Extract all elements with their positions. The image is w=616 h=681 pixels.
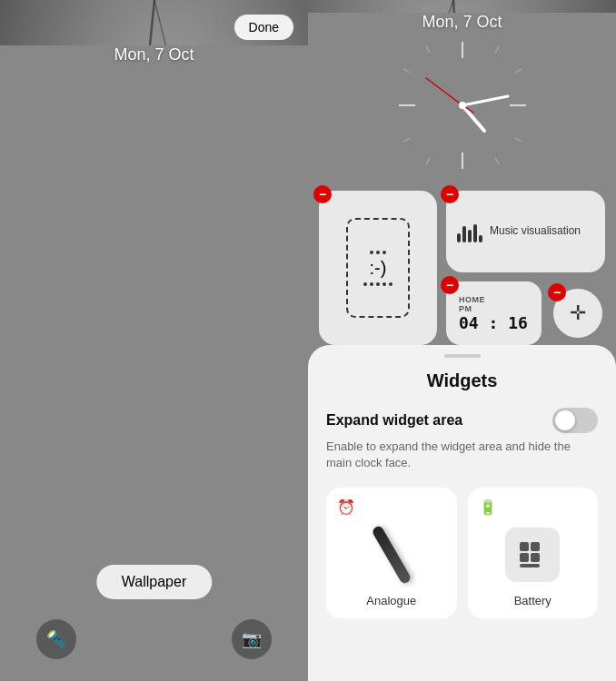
phone-dot [363, 282, 367, 286]
battery-box-icon [505, 528, 560, 582]
right-phone-dots-top [370, 251, 386, 254]
left-panel: Done Mon, 7 Oct [0, 0, 308, 681]
analog-clock [390, 33, 535, 178]
expand-widget-toggle[interactable] [552, 408, 598, 433]
right-top-section: Mon, 7 Oct [308, 0, 616, 354]
done-button[interactable]: Done [234, 15, 293, 40]
svg-line-54 [462, 105, 484, 131]
svg-rect-62 [531, 553, 540, 562]
right-clock-time-display: 04 : 16 [459, 313, 529, 332]
analogue-torch-icon [371, 525, 412, 586]
svg-line-53 [426, 46, 430, 53]
right-cross-widget[interactable]: − ✛ [553, 289, 602, 338]
expand-widget-desc: Enable to expand the widget area and hid… [326, 439, 598, 471]
svg-line-46 [495, 46, 499, 53]
svg-rect-60 [531, 542, 540, 551]
svg-line-47 [515, 69, 522, 73]
battery-card-icon: 🔋 [479, 498, 497, 516]
sheet-title: Widgets [326, 370, 598, 391]
analog-clock-svg [390, 33, 535, 178]
right-phone-dots-bottom [363, 282, 392, 286]
analogue-icon-area [386, 523, 397, 587]
right-phone-icon: :‑) [346, 218, 410, 318]
wallpaper-button[interactable]: Wallpaper [96, 565, 212, 599]
bar-4 [473, 224, 477, 242]
svg-rect-61 [520, 553, 529, 562]
right-music-bars-icon [457, 221, 482, 242]
bar-5 [479, 235, 482, 242]
widget-card-grid: ⏰ Analogue 🔋 [326, 488, 598, 618]
svg-line-55 [462, 96, 508, 105]
wallpaper-btn-wrap: Wallpaper [96, 565, 212, 599]
analogue-widget-card[interactable]: ⏰ Analogue [326, 488, 457, 618]
svg-rect-59 [520, 542, 529, 551]
right-phone-widget[interactable]: − :‑) [319, 191, 437, 345]
phone-dot [383, 251, 386, 254]
analogue-label: Analogue [366, 594, 416, 607]
svg-line-50 [426, 158, 430, 164]
battery-icon-area [505, 523, 560, 587]
battery-widget-card[interactable]: 🔋 Battery [468, 488, 599, 618]
svg-line-49 [495, 158, 499, 164]
sheet-handle [444, 354, 481, 358]
bottom-sheet: Widgets Expand widget area Enable to exp… [308, 345, 616, 681]
bar-2 [462, 226, 466, 242]
svg-point-58 [459, 102, 466, 109]
right-phone-face-icon: :‑) [370, 258, 387, 279]
torch-button[interactable]: 🔦 [36, 619, 76, 659]
phone-dot [383, 282, 386, 286]
right-widget-area: − :‑) [319, 191, 605, 345]
bar-3 [468, 230, 472, 242]
remove-music-badge[interactable]: − [441, 185, 459, 203]
phone-dot [376, 251, 380, 254]
svg-line-52 [403, 69, 410, 73]
bar-1 [457, 233, 461, 242]
svg-rect-63 [520, 564, 540, 568]
right-music-label: Music visualisation [490, 224, 581, 239]
expand-widget-row: Expand widget area [326, 408, 598, 433]
left-bottom-icons: 🔦 📷 [0, 619, 308, 659]
remove-cross-badge[interactable]: − [548, 283, 566, 301]
right-bottom-widgets-row: − HOMEPM 04 : 16 − ✛ [446, 281, 605, 345]
remove-phone-badge[interactable]: − [313, 185, 332, 203]
camera-button[interactable]: 📷 [232, 619, 272, 659]
right-clock-home-label: HOMEPM [459, 295, 529, 313]
battery-svg [516, 538, 549, 571]
svg-line-56 [426, 78, 462, 105]
svg-line-48 [515, 138, 522, 142]
torch-icon: 🔦 [46, 629, 66, 649]
toggle-knob [555, 410, 575, 430]
phone-dot [370, 251, 373, 254]
phone-dot [389, 282, 392, 286]
remove-clock-badge[interactable]: − [441, 276, 459, 294]
phone-dot [376, 282, 380, 286]
right-panel: Mon, 7 Oct [308, 0, 616, 681]
right-music-widget[interactable]: − Music visualisation [446, 191, 605, 272]
left-top-bar: Done [0, 0, 308, 40]
clock-card-icon: ⏰ [337, 498, 355, 516]
camera-icon: 📷 [242, 629, 262, 649]
phone-dot [370, 282, 373, 286]
svg-line-51 [403, 138, 410, 142]
expand-widget-label: Expand widget area [326, 412, 462, 429]
right-clock-widget[interactable]: − HOMEPM 04 : 16 [446, 281, 541, 345]
battery-label: Battery [514, 594, 551, 607]
right-cross-icon: ✛ [570, 301, 586, 325]
